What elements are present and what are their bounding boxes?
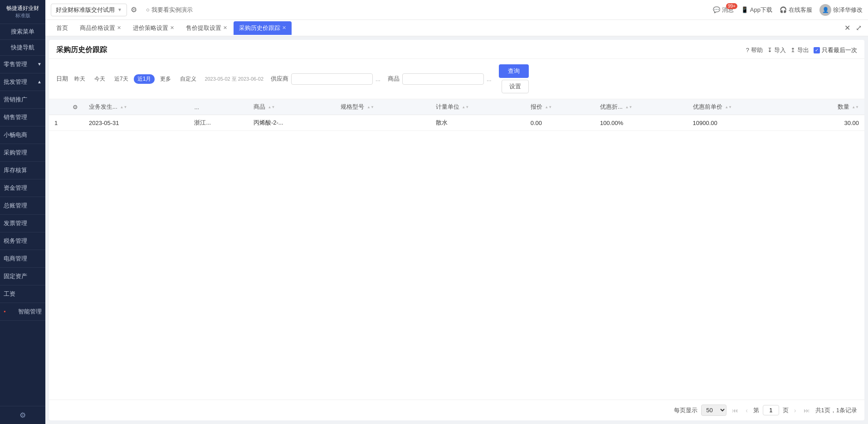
import-button[interactable]: ↧ 导入: [767, 46, 786, 54]
sidebar-item-sales[interactable]: 销售管理: [0, 109, 45, 126]
app-download-button[interactable]: 📱 App下载: [741, 6, 772, 14]
sidebar-item-ecommerce-small[interactable]: 小畅电商: [0, 126, 45, 144]
th-quote[interactable]: 报价 ▲▼: [525, 99, 595, 115]
th-goods[interactable]: 商品 ▲▼: [248, 99, 336, 115]
cell-unit: 散水: [430, 115, 525, 131]
phone-icon: 📱: [741, 6, 748, 13]
column-settings-icon[interactable]: ⚙: [73, 104, 78, 111]
tab-close-purchase-strategy[interactable]: ✕: [170, 25, 174, 31]
sidebar-item-fixed-assets[interactable]: 固定资产: [0, 268, 45, 285]
table-row: 1 2023-05-31 浙江... 丙烯酸-2-... 散水 0.00 100…: [49, 115, 864, 131]
topbar: 好业财标准版交付试用 ▼ ⚙ ○ 我要看实例演示 💬 消息 99+ 📱 App下…: [45, 0, 868, 20]
supplier-label: 供应商: [271, 75, 288, 83]
cell-goods: 丙烯酸-2-...: [248, 115, 336, 131]
table-header-row: ⚙ 业务发生... ▲▼ ... 商品 ▲▼: [49, 99, 864, 115]
tabbar-actions: ✕ ⤢: [844, 23, 863, 33]
th-pre-discount-price[interactable]: 优惠前单价 ▲▼: [688, 99, 795, 115]
expand-tab-button[interactable]: ⤢: [855, 23, 863, 33]
sidebar-item-retail[interactable]: 零售管理 ▼: [0, 56, 45, 73]
supplier-more-button[interactable]: ...: [375, 76, 380, 82]
export-icon: ↥: [790, 47, 795, 53]
import-icon: ↧: [767, 47, 772, 53]
th-unit[interactable]: 计量单位 ▲▼: [430, 99, 525, 115]
sidebar-item-finance[interactable]: 资金管理: [0, 179, 45, 197]
sidebar-item-salary[interactable]: 工资: [0, 285, 45, 303]
date-chip-custom[interactable]: 自定义: [176, 74, 200, 84]
sidebar-item-general-ledger[interactable]: 总账管理: [0, 197, 45, 215]
table-container: ⚙ 业务发生... ▲▼ ... 商品 ▲▼: [49, 99, 864, 400]
sidebar-item-ecommerce[interactable]: 电商管理: [0, 250, 45, 268]
first-page-button[interactable]: ⏮: [730, 406, 740, 415]
date-chip-today[interactable]: 今天: [91, 74, 109, 84]
headset-icon: 🎧: [780, 6, 787, 13]
sidebar-item-marketing[interactable]: 营销推广: [0, 91, 45, 109]
sidebar-item-wholesale[interactable]: 批发管理 ▲: [0, 73, 45, 91]
tab-price-settings[interactable]: 商品价格设置 ✕: [74, 21, 127, 35]
cell-spec: [335, 115, 430, 131]
th-more: ...: [189, 99, 248, 115]
filter-settings-button[interactable]: 设置: [502, 80, 529, 93]
date-chips: 昨天 今天 近7天 近1月 更多 自定义: [71, 74, 200, 84]
close-tab-button[interactable]: ✕: [844, 23, 851, 33]
supplier-filter-group: 供应商 ...: [271, 73, 380, 85]
topbar-gear-icon[interactable]: ⚙: [131, 5, 137, 14]
version-selector[interactable]: 好业财标准版交付试用 ▼: [51, 4, 127, 16]
user-menu[interactable]: 👤 徐泽华修改: [819, 4, 863, 16]
chevron-down-icon: ▼: [117, 7, 122, 12]
sidebar-item-inventory[interactable]: 库存核算: [0, 162, 45, 179]
page-label: 第: [753, 406, 759, 414]
tab-home[interactable]: 首页: [51, 21, 73, 35]
version-selector-text: 好业财标准版交付试用: [56, 6, 115, 14]
demo-button[interactable]: ○ 我要看实例演示: [146, 6, 193, 14]
tab-close-purchase-history[interactable]: ✕: [282, 25, 286, 31]
goods-input[interactable]: [402, 73, 484, 85]
page-header: 采购历史价跟踪 ? 帮助 ↧ 导入 ↥ 导出 ✓ 只看最后一次: [49, 40, 864, 59]
sidebar-item-invoice[interactable]: 发票管理: [0, 215, 45, 232]
th-quantity[interactable]: 数量 ▲▼: [795, 99, 864, 115]
th-spec[interactable]: 规格型号 ▲▼: [335, 99, 430, 115]
settings-icon[interactable]: ⚙: [20, 411, 26, 419]
tab-sale-price-extract[interactable]: 售价提取设置 ✕: [180, 21, 233, 35]
goods-filter-group: 商品 ...: [388, 73, 492, 85]
tab-purchase-history[interactable]: 采购历史价跟踪 ✕: [234, 21, 292, 35]
page-title: 采购历史价跟踪: [56, 45, 107, 55]
th-biz-date[interactable]: 业务发生... ▲▼: [83, 99, 189, 115]
message-icon: 💬: [713, 6, 720, 13]
next-page-button[interactable]: ›: [792, 406, 798, 415]
query-button[interactable]: 查询: [499, 64, 529, 78]
goods-more-button[interactable]: ...: [487, 76, 492, 82]
date-range-text: 2023-05-02 至 2023-06-02: [205, 76, 263, 82]
date-chip-yesterday[interactable]: 昨天: [71, 74, 89, 84]
sort-icon-goods: ▲▼: [268, 105, 275, 109]
help-icon: ?: [746, 47, 749, 53]
sidebar-item-smart[interactable]: 智能管理: [0, 303, 45, 321]
supplier-input[interactable]: [291, 73, 373, 85]
last-page-button[interactable]: ⏭: [802, 406, 812, 415]
date-chip-7days[interactable]: 近7天: [111, 74, 132, 84]
cell-biz-date: 2023-05-31: [83, 115, 189, 131]
date-chip-1month[interactable]: 近1月: [134, 74, 155, 84]
tab-close-sale-price-extract[interactable]: ✕: [223, 25, 227, 31]
sidebar-item-purchase[interactable]: 采购管理: [0, 144, 45, 162]
goods-label: 商品: [388, 75, 400, 83]
page-size-select[interactable]: 50 100 200: [701, 405, 727, 416]
help-button[interactable]: ? 帮助: [746, 46, 763, 54]
only-last-checkbox-label[interactable]: ✓ 只看最后一次: [814, 46, 857, 54]
data-table: ⚙ 业务发生... ▲▼ ... 商品 ▲▼: [49, 99, 864, 131]
date-chip-more[interactable]: 更多: [156, 74, 175, 84]
page-number-input[interactable]: [763, 405, 779, 415]
th-discount[interactable]: 优惠折... ▲▼: [595, 99, 688, 115]
avatar: 👤: [819, 4, 831, 16]
sidebar-quick-nav[interactable]: 快捷导航: [0, 40, 45, 56]
cell-pre-discount-price: 10900.00: [688, 115, 795, 131]
online-service-button[interactable]: 🎧 在线客服: [780, 6, 812, 14]
tab-close-price-settings[interactable]: ✕: [117, 25, 121, 31]
prev-page-button[interactable]: ‹: [744, 406, 750, 415]
sidebar-search[interactable]: 搜索菜单: [0, 24, 45, 40]
export-button[interactable]: ↥ 导出: [790, 46, 809, 54]
date-label: 日期: [56, 75, 68, 83]
notifications-button[interactable]: 💬 消息 99+: [713, 6, 734, 14]
sidebar-item-tax[interactable]: 税务管理: [0, 232, 45, 250]
tab-purchase-strategy[interactable]: 进价策略设置 ✕: [127, 21, 180, 35]
app-edition: 标准版: [15, 12, 30, 19]
